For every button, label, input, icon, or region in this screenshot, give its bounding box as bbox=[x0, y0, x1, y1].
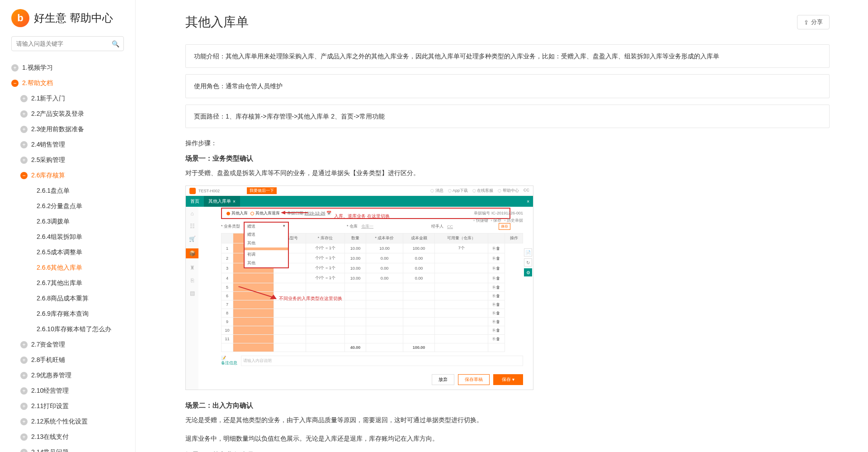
row-delete-icon[interactable]: 🗑 bbox=[496, 266, 500, 271]
quick-save-button[interactable]: 保存 bbox=[499, 223, 510, 230]
topbar-link[interactable]: ◌ App下载 bbox=[448, 188, 468, 194]
tab-other-in[interactable]: 其他入库单× bbox=[204, 196, 240, 207]
tab-home[interactable]: 首页 bbox=[186, 196, 204, 207]
rail-icon-selected[interactable]: 📦 bbox=[186, 248, 198, 258]
expand-icon[interactable]: + bbox=[11, 64, 19, 71]
nav-item[interactable]: +2.14常见问题 bbox=[11, 445, 124, 452]
row-copy-icon[interactable]: ⎘ bbox=[493, 266, 495, 271]
operator-value[interactable]: CC bbox=[447, 224, 453, 229]
expand-icon[interactable]: + bbox=[20, 449, 28, 452]
expand-icon[interactable]: + bbox=[20, 418, 28, 425]
expand-icon[interactable]: + bbox=[20, 110, 28, 118]
dropdown-option[interactable]: 赠送 bbox=[245, 230, 288, 239]
table-row[interactable]: 10⎘ 🗑 bbox=[222, 326, 523, 335]
row-copy-icon[interactable]: ⎘ bbox=[493, 302, 495, 307]
rail-icon[interactable]: ☷ bbox=[190, 223, 195, 229]
nav-item[interactable]: +2.9优惠券管理 bbox=[11, 368, 124, 383]
collapse-icon[interactable]: − bbox=[11, 80, 19, 87]
row-copy-icon[interactable]: ⎘ bbox=[493, 294, 495, 298]
table-row[interactable]: 11⎘ 🗑 bbox=[222, 335, 523, 343]
expand-icon[interactable]: + bbox=[20, 403, 28, 410]
remark-input[interactable]: 请输入内容说明 bbox=[241, 356, 523, 366]
expand-icon[interactable]: + bbox=[20, 357, 28, 364]
row-copy-icon[interactable]: ⎘ bbox=[493, 311, 495, 315]
toolbar-link[interactable]: ▫ 历史单据 bbox=[504, 218, 523, 224]
dropdown-option[interactable]: 其他 bbox=[245, 259, 288, 267]
expand-icon[interactable]: + bbox=[20, 387, 28, 395]
draft-button[interactable]: 保存草稿 bbox=[458, 374, 490, 385]
row-copy-icon[interactable]: ⎘ bbox=[493, 285, 495, 290]
nav-item[interactable]: +2.12系统个性化设置 bbox=[11, 414, 124, 429]
table-row[interactable]: 7⎘ 🗑 bbox=[222, 300, 523, 309]
rail-icon[interactable]: ♜ bbox=[190, 265, 195, 271]
nav-item[interactable]: 2.6.8商品成本重算 bbox=[11, 291, 124, 306]
row-delete-icon[interactable]: 🗑 bbox=[496, 294, 500, 298]
tool-icon[interactable]: ⚙ bbox=[524, 268, 532, 276]
row-delete-icon[interactable]: 🗑 bbox=[496, 311, 500, 315]
nav-item[interactable]: +2.13在线支付 bbox=[11, 429, 124, 445]
save-button[interactable]: 保存 ▾ bbox=[493, 374, 523, 385]
row-delete-icon[interactable]: 🗑 bbox=[496, 276, 500, 281]
row-copy-icon[interactable]: ⎘ bbox=[493, 337, 495, 341]
nav-item[interactable]: 2.6.10库存账本错了怎么办 bbox=[11, 322, 124, 337]
rail-icon[interactable]: 🛒 bbox=[189, 236, 196, 242]
toolbar-link[interactable]: ▫ 快捷键 bbox=[473, 218, 488, 224]
row-delete-icon[interactable]: 🗑 bbox=[496, 285, 500, 290]
share-button[interactable]: ⇪ 分享 bbox=[797, 15, 830, 29]
cancel-button[interactable]: 放弃 bbox=[432, 374, 454, 385]
radio-other-return[interactable]: 其他入库退库 bbox=[250, 210, 280, 216]
rail-icon[interactable]: ▤ bbox=[190, 290, 195, 296]
nav-item[interactable]: +1.视频学习 bbox=[11, 60, 124, 76]
row-delete-icon[interactable]: 🗑 bbox=[496, 328, 500, 333]
expand-icon[interactable]: + bbox=[20, 157, 28, 164]
row-delete-icon[interactable]: 🗑 bbox=[496, 319, 500, 324]
nav-item[interactable]: 2.6.2分量盘点单 bbox=[11, 199, 124, 214]
expand-icon[interactable]: + bbox=[20, 372, 28, 379]
collapse-icon[interactable]: − bbox=[20, 172, 28, 179]
table-row[interactable]: 8⎘ 🗑 bbox=[222, 309, 523, 318]
topbar-link[interactable]: ◌ 消息 bbox=[430, 188, 443, 194]
nav-item[interactable]: +2.10经营管理 bbox=[11, 383, 124, 399]
rail-icon[interactable]: ⎘ bbox=[191, 277, 194, 284]
nav-item[interactable]: +2.4销售管理 bbox=[11, 137, 124, 152]
table-row[interactable]: 9⎘ 🗑 bbox=[222, 318, 523, 326]
whse-value[interactable]: 仓库一 bbox=[361, 224, 373, 229]
expand-icon[interactable]: + bbox=[20, 126, 28, 133]
nav-item[interactable]: 2.6.1盘点单 bbox=[11, 183, 124, 199]
expand-icon[interactable]: + bbox=[20, 341, 28, 348]
tab-close-all-icon[interactable]: × bbox=[523, 199, 533, 204]
nav-item[interactable]: +2.2产品安装及登录 bbox=[11, 106, 124, 122]
nav-item[interactable]: 2.6.3调拨单 bbox=[11, 214, 124, 229]
table-row[interactable]: 4个/个 = 1个10.000.000.00⎘ 🗑 bbox=[222, 273, 523, 283]
dropdown-option[interactable]: 初调 bbox=[245, 250, 288, 259]
biz-type-dropdown[interactable]: 赠送▾ 赠送其他初调其他 bbox=[244, 222, 289, 231]
table-row[interactable]: 6⎘ 🗑 bbox=[222, 292, 523, 300]
nav-item[interactable]: −2.帮助文档 bbox=[11, 76, 124, 91]
search-icon[interactable]: 🔍 bbox=[112, 40, 119, 48]
nav-item[interactable]: +2.7资金管理 bbox=[11, 337, 124, 352]
promo-button[interactable]: 我要做后一下 bbox=[247, 187, 277, 194]
row-copy-icon[interactable]: ⎘ bbox=[493, 246, 495, 251]
tool-icon[interactable]: ↻ bbox=[524, 258, 532, 266]
row-delete-icon[interactable]: 🗑 bbox=[496, 337, 500, 341]
row-delete-icon[interactable]: 🗑 bbox=[496, 256, 500, 261]
nav-item[interactable]: +2.3使用前数据准备 bbox=[11, 122, 124, 137]
expand-icon[interactable]: + bbox=[20, 95, 28, 102]
rail-icon[interactable]: ⌂ bbox=[190, 210, 193, 217]
search-input[interactable] bbox=[11, 36, 124, 51]
expand-icon[interactable]: + bbox=[20, 141, 28, 148]
close-icon[interactable]: × bbox=[233, 199, 236, 204]
topbar-link[interactable]: ◌ 帮助中心 bbox=[498, 188, 519, 194]
tool-icon[interactable]: 📄 bbox=[524, 248, 532, 257]
nav-item[interactable]: 2.6.7其他出库单 bbox=[11, 276, 124, 291]
row-copy-icon[interactable]: ⎘ bbox=[493, 328, 495, 333]
nav-item[interactable]: 2.6.9库存账本查询 bbox=[11, 306, 124, 322]
nav-item[interactable]: −2.6库存核算 bbox=[11, 168, 124, 183]
nav-item[interactable]: 2.6.5成本调整单 bbox=[11, 245, 124, 260]
nav-item[interactable]: +2.8手机旺铺 bbox=[11, 352, 124, 368]
toolbar-link[interactable]: ▫ 保存 bbox=[491, 218, 502, 224]
row-copy-icon[interactable]: ⎘ bbox=[493, 276, 495, 281]
nav-item[interactable]: +2.11打印设置 bbox=[11, 399, 124, 414]
table-row[interactable]: 5⎘ 🗑 bbox=[222, 283, 523, 292]
row-delete-icon[interactable]: 🗑 bbox=[496, 302, 500, 307]
